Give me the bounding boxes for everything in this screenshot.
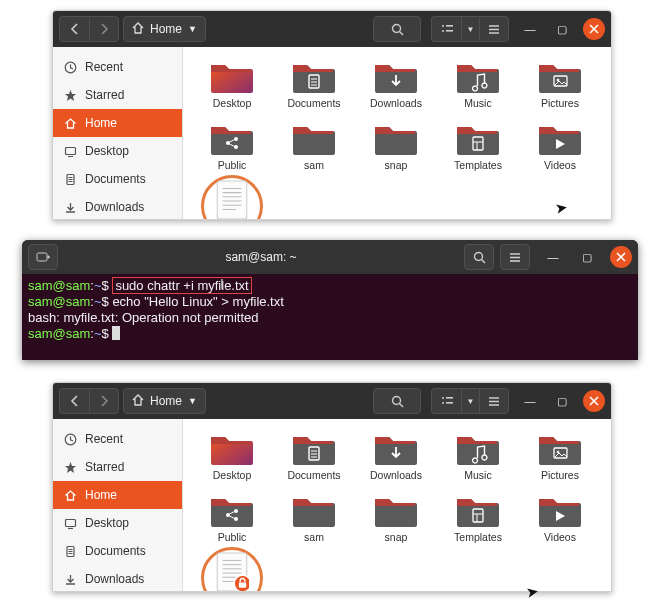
nav-forward-button[interactable] [89, 16, 119, 42]
sidebar-item-documents[interactable]: Documents [53, 537, 182, 565]
folder-snap[interactable]: snap [361, 491, 431, 543]
nav-forward-button[interactable] [89, 388, 119, 414]
item-label: Downloads [370, 97, 422, 109]
folder-icon [455, 429, 501, 467]
hamburger-menu-button[interactable] [479, 16, 509, 42]
terminal-window: sam@sam: ~ — ▢ sam@sam:~$ sudo chattr +i… [22, 240, 638, 360]
sidebar-item-home[interactable]: Home [53, 481, 182, 509]
folder-pictures[interactable]: Pictures [525, 429, 595, 481]
sidebar-item-desktop[interactable]: Desktop [53, 137, 182, 165]
svg-point-25 [442, 25, 444, 27]
svg-point-47 [392, 396, 400, 404]
prompt-path: ~ [94, 326, 102, 341]
folder-downloads[interactable]: Downloads [361, 57, 431, 109]
view-list-button[interactable] [431, 16, 461, 42]
close-button[interactable] [583, 18, 605, 40]
text-file-icon [209, 181, 255, 219]
folder-music[interactable]: Music [443, 429, 513, 481]
folder-templates[interactable]: Templates [443, 119, 513, 171]
clock-icon [63, 433, 77, 446]
folder-icon [455, 491, 501, 529]
terminal-cursor [112, 326, 120, 340]
folder-desktop[interactable]: Desktop [197, 429, 267, 481]
sidebar: RecentStarredHomeDesktopDocumentsDownloa… [53, 419, 183, 591]
folder-music[interactable]: Music [443, 57, 513, 109]
file-myfile[interactable]: myfile.txt [197, 553, 267, 592]
folder-sam[interactable]: sam [279, 119, 349, 171]
hamburger-menu-button[interactable] [479, 388, 509, 414]
chevron-down-icon: ▼ [188, 396, 197, 406]
view-list-button[interactable] [431, 388, 461, 414]
term-search-button[interactable] [464, 244, 494, 270]
close-button[interactable] [583, 390, 605, 412]
folder-templates[interactable]: Templates [443, 491, 513, 543]
sidebar-item-downloads[interactable]: Downloads [53, 565, 182, 592]
sidebar-item-label: Downloads [85, 572, 144, 586]
nav-back-button[interactable] [59, 16, 89, 42]
search-button[interactable] [373, 388, 421, 414]
sidebar-item-recent[interactable]: Recent [53, 425, 182, 453]
folder-icon [537, 429, 583, 467]
folder-desktop[interactable]: Desktop [197, 57, 267, 109]
prompt-user: sam@sam [28, 326, 90, 341]
item-label: Public [218, 159, 247, 171]
term-close-button[interactable] [610, 246, 632, 268]
file-manager-window-top: Home ▼ ▼ — ▢ RecentStarredHomeDesktopDoc… [52, 10, 612, 220]
star-icon [63, 461, 77, 474]
sidebar-item-downloads[interactable]: Downloads [53, 193, 182, 220]
minimize-button[interactable]: — [519, 18, 541, 40]
download-icon [63, 201, 77, 214]
folder-pictures[interactable]: Pictures [525, 57, 595, 109]
folder-icon [373, 491, 419, 529]
item-label: sam [304, 531, 324, 543]
item-label: Videos [544, 531, 576, 543]
text-cursor-icon: I [220, 276, 224, 292]
item-label: Documents [287, 469, 340, 481]
svg-line-43 [481, 259, 485, 263]
sidebar-item-recent[interactable]: Recent [53, 53, 182, 81]
item-label: Pictures [541, 97, 579, 109]
view-dropdown-button[interactable]: ▼ [461, 388, 479, 414]
folder-videos[interactable]: Videos [525, 119, 595, 171]
file-manager-window-bottom: Home ▼ ▼ — ▢ RecentStarredHomeDesktopDoc… [52, 382, 612, 592]
folder-public[interactable]: Public [197, 119, 267, 171]
view-dropdown-button[interactable]: ▼ [461, 16, 479, 42]
folder-icon [209, 119, 255, 157]
item-label: Desktop [213, 469, 252, 481]
new-tab-button[interactable] [28, 244, 58, 270]
sidebar-item-label: Documents [85, 172, 146, 186]
item-label: Public [218, 531, 247, 543]
sidebar-item-home[interactable]: Home [53, 109, 182, 137]
folder-documents[interactable]: Documents [279, 429, 349, 481]
folder-downloads[interactable]: Downloads [361, 429, 431, 481]
file-myfile[interactable]: myfile.txt [197, 181, 267, 220]
folder-videos[interactable]: Videos [525, 491, 595, 543]
search-button[interactable] [373, 16, 421, 42]
term-menu-button[interactable] [500, 244, 530, 270]
sidebar-item-starred[interactable]: Starred [53, 453, 182, 481]
path-bar[interactable]: Home ▼ [123, 388, 206, 414]
maximize-button[interactable]: ▢ [551, 390, 573, 412]
svg-rect-33 [65, 147, 75, 154]
maximize-button[interactable]: ▢ [551, 18, 573, 40]
svg-point-49 [442, 397, 444, 399]
folder-icon [537, 491, 583, 529]
folder-documents[interactable]: Documents [279, 57, 349, 109]
svg-line-24 [399, 31, 403, 35]
sidebar-item-starred[interactable]: Starred [53, 81, 182, 109]
minimize-button[interactable]: — [519, 390, 541, 412]
nav-back-button[interactable] [59, 388, 89, 414]
term-maximize-button[interactable]: ▢ [576, 246, 598, 268]
term-minimize-button[interactable]: — [542, 246, 564, 268]
terminal-body[interactable]: sam@sam:~$ sudo chattr +i myfile.txt sam… [22, 274, 638, 352]
path-label: Home [150, 394, 182, 408]
folder-sam[interactable]: sam [279, 491, 349, 543]
sidebar-item-documents[interactable]: Documents [53, 165, 182, 193]
highlighted-command: sudo chattr +i myfile.txt [112, 277, 251, 294]
sidebar-item-desktop[interactable]: Desktop [53, 509, 182, 537]
sidebar-item-label: Desktop [85, 516, 129, 530]
folder-icon [291, 491, 337, 529]
path-bar[interactable]: Home ▼ [123, 16, 206, 42]
folder-public[interactable]: Public [197, 491, 267, 543]
folder-snap[interactable]: snap [361, 119, 431, 171]
